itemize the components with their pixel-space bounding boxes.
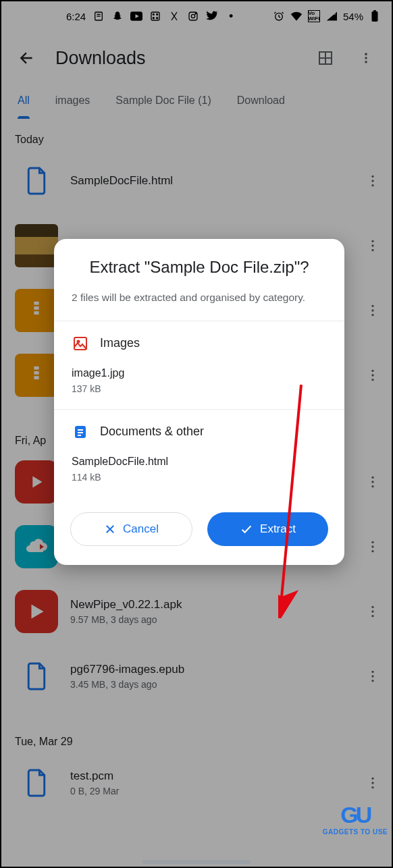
item-size: 114 kB <box>72 468 327 497</box>
svg-rect-61 <box>78 435 81 436</box>
category-title: Documents & other <box>100 425 204 439</box>
nav-pill[interactable] <box>142 860 251 864</box>
item-name: image1.jpg <box>72 362 327 379</box>
dialog-actions: Cancel Extract <box>54 497 344 549</box>
watermark: GU GADGETS TO USE <box>323 802 388 836</box>
extract-dialog: Extract "Sample Doc File.zip"? 2 files w… <box>54 239 344 565</box>
item-size: 137 kB <box>72 379 327 409</box>
watermark-text: GADGETS TO USE <box>323 828 388 836</box>
cancel-label: Cancel <box>123 522 159 536</box>
cancel-button[interactable]: Cancel <box>70 512 192 546</box>
svg-point-57 <box>78 340 80 342</box>
item-name: SampleDocFile.html <box>72 450 327 468</box>
watermark-logo-icon: GU <box>323 802 388 828</box>
dialog-subtitle: 2 files will be extracted and organised … <box>72 290 327 320</box>
image-category-icon <box>72 335 89 352</box>
dialog-title: Extract "Sample Doc File.zip"? <box>54 256 344 290</box>
extract-label: Extract <box>260 522 296 536</box>
category-title: Images <box>100 336 140 350</box>
category-row: Documents & other <box>72 410 327 450</box>
extract-button[interactable]: Extract <box>207 512 328 546</box>
svg-rect-59 <box>78 429 83 431</box>
document-category-icon <box>72 423 89 441</box>
category-row: Images <box>72 321 327 362</box>
svg-rect-60 <box>78 432 83 433</box>
